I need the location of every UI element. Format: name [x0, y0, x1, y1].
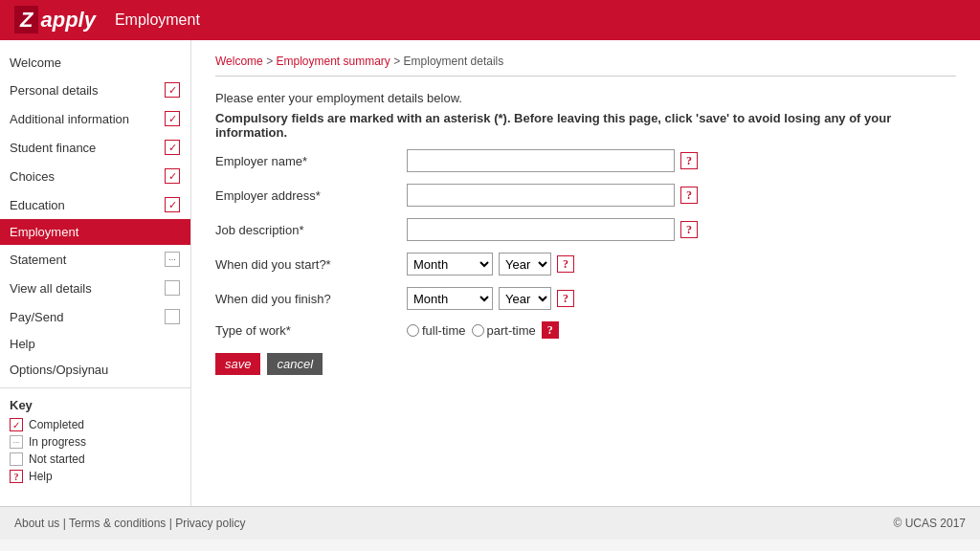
completed-icon: ✓ [164, 110, 181, 127]
footer-terms-link[interactable]: Terms & conditions [69, 517, 166, 530]
logo-apply: apply [40, 8, 95, 32]
key-completed: ✓ Completed [10, 418, 181, 431]
employer-address-label: Employer address* [215, 188, 407, 203]
fulltime-radio[interactable] [407, 324, 419, 337]
employer-name-row: Employer name* ? [215, 149, 956, 172]
employer-address-help-button[interactable]: ? [680, 187, 698, 204]
form-intro-line2: Compulsory fields are marked with an ast… [215, 111, 956, 140]
content-area: Welcome > Employment summary > Employmen… [191, 40, 980, 506]
type-of-work-help-button[interactable]: ? [542, 321, 559, 339]
when-start-month-select[interactable]: Month JanuaryFebruaryMarch AprilMayJune … [407, 253, 493, 276]
when-start-label: When did you start?* [215, 257, 407, 272]
completed-icon: ✓ [164, 139, 181, 156]
sidebar-item-help[interactable]: Help [0, 331, 190, 357]
when-start-help-button[interactable]: ? [557, 255, 574, 273]
fulltime-radio-label[interactable]: full-time [407, 323, 466, 338]
when-finish-label: When did you finish? [215, 292, 407, 306]
sidebar: Welcome Personal details ✓ Additional in… [0, 40, 191, 506]
sidebar-item-employment[interactable]: Employment [0, 219, 190, 245]
key-title: Key [10, 398, 181, 412]
when-finish-year-select[interactable]: Year 201720162015 201420132012 201120102… [499, 287, 551, 310]
when-finish-field: Month JanuaryFebruaryMarch AprilMayJune … [407, 287, 574, 310]
type-of-work-field: full-time part-time ? [407, 321, 559, 339]
when-finish-help-button[interactable]: ? [557, 290, 574, 307]
main-layout: Welcome Personal details ✓ Additional in… [0, 40, 980, 506]
sidebar-item-choices[interactable]: Choices ✓ [0, 162, 190, 190]
sidebar-item-personal-details[interactable]: Personal details ✓ [0, 76, 190, 104]
employer-name-help-button[interactable]: ? [680, 152, 698, 169]
sidebar-item-welcome[interactable]: Welcome [0, 50, 190, 76]
sidebar-item-statement[interactable]: Statement ··· [0, 245, 190, 274]
breadcrumb-current: Employment details [404, 55, 504, 68]
footer-privacy-link[interactable]: Privacy policy [175, 517, 245, 530]
sidebar-item-student-finance[interactable]: Student finance ✓ [0, 133, 190, 162]
footer-copyright: © UCAS 2017 [893, 517, 966, 530]
key-not-started-icon [10, 452, 23, 466]
logo[interactable]: Zapply [14, 8, 96, 33]
job-description-help-button[interactable]: ? [680, 221, 698, 238]
job-description-input[interactable] [407, 218, 675, 241]
when-finish-month-select[interactable]: Month JanuaryFebruaryMarch AprilMayJune … [407, 287, 493, 310]
breadcrumb-employment-summary[interactable]: Employment summary [276, 55, 390, 68]
when-start-year-select[interactable]: Year 201720162015 201420132012 201120102… [499, 253, 551, 276]
key-inprogress: ··· In progress [10, 435, 181, 449]
footer-about-link[interactable]: About us [14, 517, 59, 530]
breadcrumb-welcome[interactable]: Welcome [215, 55, 263, 68]
empty-icon [164, 308, 181, 325]
parttime-radio[interactable] [472, 324, 484, 337]
footer-links: About us | Terms & conditions | Privacy … [14, 517, 245, 530]
type-of-work-row: Type of work* full-time part-time ? [215, 321, 956, 339]
type-of-work-label: Type of work* [215, 323, 407, 338]
breadcrumb: Welcome > Employment summary > Employmen… [215, 55, 956, 77]
completed-icon: ✓ [164, 81, 181, 99]
employer-address-field: ? [407, 184, 698, 207]
completed-icon: ✓ [164, 196, 181, 213]
inprogress-icon: ··· [164, 251, 181, 268]
footer: About us | Terms & conditions | Privacy … [0, 506, 980, 540]
form-intro: Please enter your employment details bel… [215, 91, 956, 140]
employer-address-row: Employer address* ? [215, 184, 956, 207]
key-section: Key ✓ Completed ··· In progress Not star… [0, 387, 190, 496]
logo-z: Z [14, 6, 38, 33]
job-description-row: Job description* ? [215, 218, 956, 241]
employer-name-label: Employer name* [215, 154, 407, 168]
when-start-row: When did you start?* Month JanuaryFebrua… [215, 253, 956, 276]
job-description-label: Job description* [215, 223, 407, 237]
job-description-field: ? [407, 218, 698, 241]
parttime-radio-label[interactable]: part-time [472, 323, 536, 338]
key-inprogress-icon: ··· [10, 435, 23, 449]
key-help: ? Help [10, 470, 181, 483]
employer-name-field: ? [407, 149, 698, 172]
key-help-icon: ? [10, 470, 23, 483]
save-button[interactable]: save [215, 353, 260, 375]
empty-icon [164, 279, 181, 297]
sidebar-item-education[interactable]: Education ✓ [0, 190, 190, 219]
header: Zapply Employment [0, 0, 980, 40]
employer-name-input[interactable] [407, 149, 675, 172]
key-completed-icon: ✓ [10, 418, 23, 431]
page-title: Employment [115, 11, 200, 29]
when-start-field: Month JanuaryFebruaryMarch AprilMayJune … [407, 253, 574, 276]
sidebar-item-pay-send[interactable]: Pay/Send [0, 302, 190, 331]
sidebar-item-options-opsiynau[interactable]: Options/Opsiynau [0, 357, 190, 383]
key-not-started: Not started [10, 452, 181, 466]
completed-icon: ✓ [164, 167, 181, 185]
form-intro-line1: Please enter your employment details bel… [215, 91, 956, 105]
sidebar-item-additional-information[interactable]: Additional information ✓ [0, 104, 190, 133]
cancel-button[interactable]: cancel [267, 353, 323, 375]
form-buttons: save cancel [215, 353, 956, 375]
when-finish-row: When did you finish? Month JanuaryFebrua… [215, 287, 956, 310]
employer-address-input[interactable] [407, 184, 675, 207]
sidebar-item-view-all-details[interactable]: View all details [0, 274, 190, 302]
